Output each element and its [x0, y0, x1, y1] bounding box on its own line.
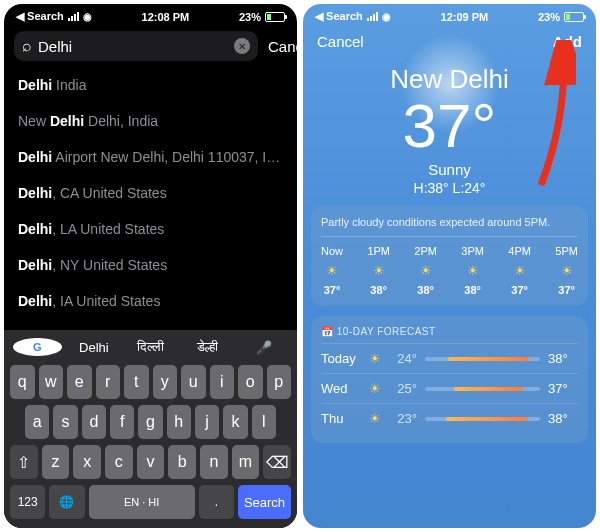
key-d[interactable]: d	[82, 405, 106, 439]
forecast-row: Thu☀23°38°	[321, 403, 578, 433]
battery-icon	[265, 12, 285, 22]
key-123[interactable]: 123	[10, 485, 45, 519]
search-result[interactable]: Delhi India	[18, 67, 283, 103]
key-k[interactable]: k	[223, 405, 247, 439]
sun-icon: ☀	[414, 263, 437, 278]
search-result[interactable]: Delhi, LA United States	[18, 211, 283, 247]
key-t[interactable]: t	[124, 365, 149, 399]
key-i[interactable]: i	[210, 365, 235, 399]
clock: 12:08 PM	[142, 11, 190, 23]
key-g[interactable]: g	[138, 405, 162, 439]
hourly-card: Partly cloudy conditions expected around…	[311, 206, 588, 306]
signal-icon	[68, 12, 79, 21]
forecast-row: Today☀24°38°	[321, 343, 578, 373]
key-🌐[interactable]: 🌐	[49, 485, 84, 519]
search-input[interactable]	[38, 38, 228, 55]
key-w[interactable]: w	[39, 365, 64, 399]
back-link[interactable]: ◀ Search	[16, 10, 64, 23]
cancel-button[interactable]: Cancel	[317, 33, 364, 50]
forecast-label: 📅 10-DAY FORECAST	[321, 326, 578, 337]
search-result[interactable]: Delhi, NY United States	[18, 247, 283, 283]
condition: Sunny	[303, 161, 596, 178]
signal-icon	[367, 12, 378, 21]
hour-item: Now☀37°	[321, 245, 343, 296]
search-result[interactable]: Delhi, CA United States	[18, 175, 283, 211]
sun-icon: ☀	[508, 263, 531, 278]
search-box[interactable]: ⌕ ✕	[14, 31, 258, 61]
hour-item: 1PM☀38°	[367, 245, 390, 296]
keyboard: G Delhi दिल्ली डेल्ही 🎤 qwertyuiop asdfg…	[4, 330, 297, 528]
key-j[interactable]: j	[195, 405, 219, 439]
battery-pct: 23%	[239, 11, 261, 23]
key-x[interactable]: x	[73, 445, 101, 479]
forecast-row: Wed☀25°37°	[321, 373, 578, 403]
key-y[interactable]: y	[153, 365, 178, 399]
key-⌫[interactable]: ⌫	[263, 445, 291, 479]
sun-icon: ☀	[363, 411, 387, 426]
key-⇧[interactable]: ⇧	[10, 445, 38, 479]
suggestion[interactable]: Delhi	[70, 340, 119, 355]
sun-icon: ☀	[555, 263, 578, 278]
key-h[interactable]: h	[167, 405, 191, 439]
key-f[interactable]: f	[110, 405, 134, 439]
search-result[interactable]: New Delhi Delhi, India	[18, 103, 283, 139]
wifi-icon: ◉	[382, 11, 391, 22]
key-l[interactable]: l	[252, 405, 276, 439]
hour-item: 2PM☀38°	[414, 245, 437, 296]
hi-lo: H:38° L:24°	[303, 180, 596, 196]
sun-icon: ☀	[367, 263, 390, 278]
google-icon[interactable]: G	[13, 338, 62, 356]
key-r[interactable]: r	[96, 365, 121, 399]
sun-icon: ☀	[461, 263, 484, 278]
wifi-icon: ◉	[83, 11, 92, 22]
key-s[interactable]: s	[53, 405, 77, 439]
sun-icon: ☀	[321, 263, 343, 278]
search-result[interactable]: Delhi, IA United States	[18, 283, 283, 319]
hour-item: 5PM☀37°	[555, 245, 578, 296]
search-icon: ⌕	[22, 37, 32, 55]
key-v[interactable]: v	[137, 445, 165, 479]
status-bar: ◀ Search ◉ 12:08 PM 23%	[4, 4, 297, 25]
suggestion[interactable]: दिल्ली	[126, 339, 175, 355]
key-p[interactable]: p	[267, 365, 292, 399]
search-screen: ◀ Search ◉ 12:08 PM 23% ⌕ ✕ Cancel Delhi…	[4, 4, 297, 528]
key-n[interactable]: n	[200, 445, 228, 479]
mic-icon[interactable]: 🎤	[239, 340, 288, 355]
key-e[interactable]: e	[67, 365, 92, 399]
sun-icon: ☀	[363, 381, 387, 396]
key-c[interactable]: c	[105, 445, 133, 479]
key-o[interactable]: o	[238, 365, 263, 399]
key-q[interactable]: q	[10, 365, 35, 399]
weather-screen: ◀ Search ◉ 12:09 PM 23% Cancel Add New D…	[303, 4, 596, 528]
suggestion[interactable]: डेल्ही	[183, 339, 232, 355]
sun-glow	[400, 34, 500, 134]
status-bar: ◀ Search ◉ 12:09 PM 23%	[303, 4, 596, 25]
key-z[interactable]: z	[42, 445, 70, 479]
results-list: Delhi IndiaNew Delhi Delhi, IndiaDelhi A…	[4, 67, 297, 355]
sun-icon: ☀	[363, 351, 387, 366]
tenday-card: 📅 10-DAY FORECAST Today☀24°38°Wed☀25°37°…	[311, 316, 588, 443]
cancel-button[interactable]: Cancel	[268, 38, 297, 55]
key-m[interactable]: m	[232, 445, 260, 479]
battery-icon	[564, 12, 584, 22]
back-link[interactable]: ◀ Search	[315, 10, 363, 23]
search-result[interactable]: Delhi Airport New Delhi, Delhi 110037, I…	[18, 139, 283, 175]
key-.[interactable]: .	[199, 485, 234, 519]
add-button[interactable]: Add	[553, 33, 582, 50]
key-b[interactable]: b	[168, 445, 196, 479]
clear-icon[interactable]: ✕	[234, 38, 250, 54]
key-EN · HI[interactable]: EN · HI	[89, 485, 195, 519]
hour-item: 4PM☀37°	[508, 245, 531, 296]
suggestion-bar: G Delhi दिल्ली डेल्ही 🎤	[7, 334, 294, 362]
summary-text: Partly cloudy conditions expected around…	[321, 216, 578, 237]
hour-item: 3PM☀38°	[461, 245, 484, 296]
clock: 12:09 PM	[441, 11, 489, 23]
key-u[interactable]: u	[181, 365, 206, 399]
key-a[interactable]: a	[25, 405, 49, 439]
key-Search[interactable]: Search	[238, 485, 291, 519]
battery-pct: 23%	[538, 11, 560, 23]
